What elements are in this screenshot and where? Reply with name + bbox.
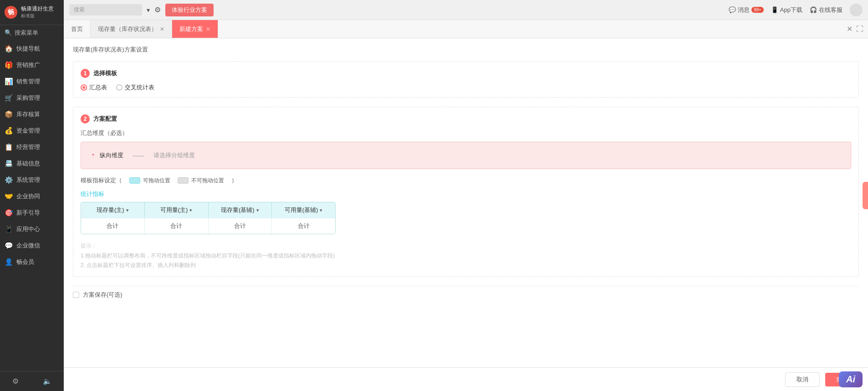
dimension-separator: ——: [129, 152, 148, 159]
tip-item-0: 1.拖动标题栏可以调整布局，不可跨维度或指标区域拖动栏目字段(只能在同一维度或指…: [81, 251, 851, 261]
radio-summary[interactable]: 汇总表: [81, 83, 107, 92]
sidebar-item-sales[interactable]: 📊 销售管理: [0, 73, 64, 90]
sidebar-item-quick-nav[interactable]: 🏠 快捷导航: [0, 41, 64, 57]
sidebar-item-wechat[interactable]: 💬 企业微信: [0, 237, 64, 254]
sidebar-item-inventory[interactable]: 📦 库存核算: [0, 106, 64, 123]
gear-icon: ⚙️: [5, 176, 13, 184]
sidebar: 畅 畅康通好生意 标准版 🔍 搜索菜单 🏠 快捷导航 🎁 营销推广 📊 销售管理…: [0, 0, 64, 391]
topbar-right: 💬 消息 99+ 📱 App下载 🎧 在线客服: [729, 4, 863, 16]
dimension-label: 纵向维度: [100, 151, 123, 159]
stats-cell-2: 合计: [209, 218, 272, 234]
radio-summary-label: 汇总表: [89, 83, 107, 92]
tab-inventory-close[interactable]: ✕: [160, 26, 164, 32]
sidebar-item-marketing[interactable]: 🎁 营销推广: [0, 57, 64, 73]
main-area: 搜索 ▾ ⚙ 体验行业方案 💬 消息 99+ 📱 App下载 🎧 在线客服 首页: [64, 0, 868, 391]
sidebar-item-guide[interactable]: 🎯 新手引导: [0, 205, 64, 221]
industry-btn[interactable]: 体验行业方案: [165, 4, 214, 16]
customer-service-item[interactable]: 🎧 在线客服: [810, 6, 842, 14]
sidebar-item-basic[interactable]: 📇 基础信息: [0, 155, 64, 172]
user-avatar[interactable]: [850, 4, 863, 16]
tip-item-1: 2. 点击标题栏下拉可设置排序、插入列和删除列: [81, 261, 851, 271]
stats-col-1[interactable]: 可用量(主) ▾: [145, 202, 209, 218]
draggable-box: [129, 177, 140, 184]
aggregate-config: 汇总维度（必选） * 纵向维度 —— 请选择分组维度: [81, 129, 851, 169]
sidebar-item-coop[interactable]: 🤝 企业协同: [0, 188, 64, 205]
tabbar-right-controls: ✕ ⛶: [847, 20, 868, 38]
settings-icon[interactable]: ⚙: [10, 375, 20, 387]
section2-num: 2: [81, 114, 90, 123]
chevron-1[interactable]: ▾: [189, 207, 192, 213]
aggregate-label: 汇总维度（必选）: [81, 129, 851, 137]
scroll-handle[interactable]: [863, 182, 868, 209]
topbar: 搜索 ▾ ⚙ 体验行业方案 💬 消息 99+ 📱 App下载 🎧 在线客服: [64, 0, 868, 20]
chevron-3[interactable]: ▾: [320, 207, 322, 213]
chevron-2[interactable]: ▾: [256, 207, 259, 213]
page-title: 现存量(库存状况表)方案设置: [73, 46, 859, 54]
right-edge-handle: [863, 182, 868, 209]
section-choose-template: 1 选择模板 汇总表 交叉统计表: [73, 61, 859, 98]
topbar-search-box[interactable]: 搜索: [69, 4, 142, 15]
section1-header: 1 选择模板: [81, 69, 851, 78]
chat-icon: 💬: [5, 242, 13, 250]
home-icon: 🏠: [5, 45, 13, 53]
sidebar-item-finance[interactable]: 💰 资金管理: [0, 123, 64, 139]
dimension-box[interactable]: * 纵向维度 —— 请选择分组维度: [81, 142, 851, 169]
sidebar-item-system[interactable]: ⚙️ 系统管理: [0, 172, 64, 188]
save-row: 方案保存(可选): [73, 286, 859, 304]
draggable-label: 可拖动位置: [143, 177, 170, 185]
handshake-icon: 🤝: [5, 192, 13, 201]
radio-summary-circle[interactable]: [81, 84, 87, 91]
user-icon: 👤: [5, 258, 13, 266]
template-indicator-label: 模板指标设定（: [81, 176, 122, 185]
section2-title: 方案配置: [93, 115, 117, 123]
tab-new-plan-close[interactable]: ✕: [206, 26, 210, 32]
tab-inventory[interactable]: 现存量（库存状况表） ✕: [91, 20, 172, 38]
message-item[interactable]: 💬 消息 99+: [729, 6, 764, 14]
sidebar-item-apps[interactable]: 📱 应用中心: [0, 221, 64, 237]
sidebar-search[interactable]: 🔍 搜索菜单: [0, 25, 64, 41]
sidebar-item-operation[interactable]: 📋 经营管理: [0, 139, 64, 155]
stats-col-2[interactable]: 现存量(基辅) ▾: [209, 202, 272, 218]
tab-close-all-icon[interactable]: ✕: [847, 25, 853, 33]
tabbar: 首页 现存量（库存状况表） ✕ 新建方案 ✕ ✕ ⛶: [64, 20, 868, 38]
draggable-indicator: 可拖动位置: [129, 177, 170, 185]
stats-col-3[interactable]: 可用量(基辅) ▾: [272, 202, 335, 218]
section1-title: 选择模板: [93, 69, 117, 77]
search-icon: 🔍: [5, 29, 12, 36]
non-draggable-label: 不可拖动位置: [191, 177, 224, 185]
sidebar-logo: 畅 畅康通好生意 标准版: [0, 0, 64, 25]
stats-header-row: 现存量(主) ▾ 可用量(主) ▾ 现存量(基辅) ▾ 可用量(基辅): [81, 202, 335, 218]
logo-icon: 畅: [5, 6, 17, 19]
download-icon: 📱: [771, 6, 778, 13]
stats-col-0[interactable]: 现存量(主) ▾: [81, 202, 145, 218]
chevron-0[interactable]: ▾: [126, 207, 129, 213]
tab-new-plan[interactable]: 新建方案 ✕: [172, 20, 218, 38]
radio-cross[interactable]: 交叉统计表: [116, 83, 154, 92]
chart-icon: 📊: [5, 77, 13, 86]
sidebar-item-member[interactable]: 👤 畅会员: [0, 254, 64, 270]
sidebar-item-purchase[interactable]: 🛒 采购管理: [0, 90, 64, 106]
tab-expand-icon[interactable]: ⛶: [856, 25, 863, 33]
speaker-icon[interactable]: 🔈: [41, 375, 54, 387]
message-icon: 💬: [729, 6, 736, 13]
non-draggable-box: [178, 177, 189, 184]
cart-icon: 🛒: [5, 94, 13, 102]
mobile-icon: 📱: [5, 225, 13, 233]
cancel-button[interactable]: 取消: [785, 372, 820, 387]
app-download-item[interactable]: 📱 App下载: [771, 6, 802, 14]
save-checkbox[interactable]: [73, 292, 79, 298]
template-radio-group: 汇总表 交叉统计表: [81, 83, 851, 92]
money-icon: 💰: [5, 127, 13, 135]
tips-section: 提示： 1.拖动标题栏可以调整布局，不可跨维度或指标区域拖动栏目字段(只能在同一…: [81, 241, 851, 271]
dropdown-icon[interactable]: ▾: [147, 6, 150, 14]
stats-title: 统计指标: [81, 190, 851, 198]
tab-home[interactable]: 首页: [64, 20, 91, 38]
stats-cell-3: 合计: [272, 218, 335, 234]
footer: 取消 查询: [64, 367, 868, 391]
section-plan-config: 2 方案配置 汇总维度（必选） * 纵向维度 —— 请选择分组维度 模板指标设定…: [73, 107, 859, 277]
ai-badge[interactable]: Ai: [839, 371, 863, 387]
topbar-gear-icon[interactable]: ⚙: [154, 5, 161, 14]
stats-table: 现存量(主) ▾ 可用量(主) ▾ 现存量(基辅) ▾ 可用量(基辅): [81, 202, 336, 234]
non-draggable-indicator: 不可拖动位置: [178, 177, 224, 185]
radio-cross-circle[interactable]: [116, 84, 123, 91]
